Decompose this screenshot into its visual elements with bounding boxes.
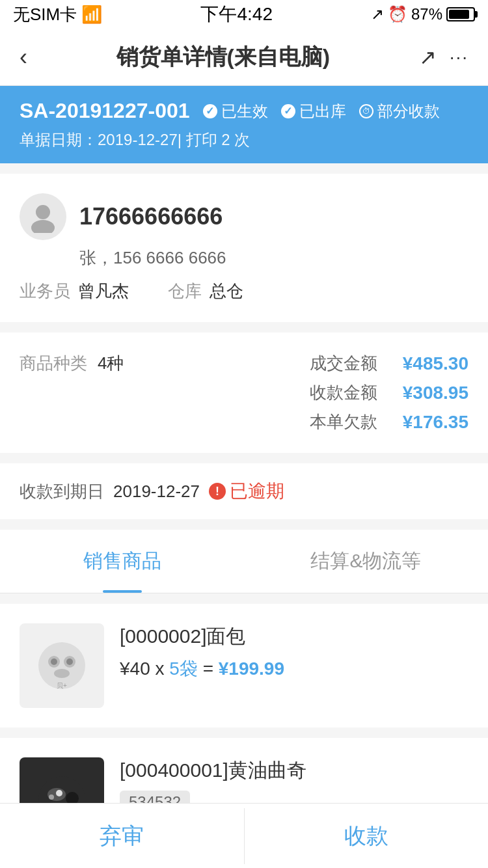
debt-amount-row: 本单欠款 ¥176.35 xyxy=(286,411,468,433)
status-partial: ⏱ 部分收款 xyxy=(359,101,440,122)
svg-point-13 xyxy=(56,790,62,796)
product-info-1: [0000002]面包 ¥40 x 5袋 = ¥199.99 xyxy=(120,623,468,681)
doc-date: 2019-12-27 xyxy=(98,131,178,148)
deal-amount-label: 成交金额 xyxy=(286,352,377,375)
svg-text:贝+: 贝+ xyxy=(57,682,67,689)
check-icon-1: ✓ xyxy=(203,104,217,118)
received-amount-value: ¥308.95 xyxy=(390,383,468,403)
svg-point-14 xyxy=(49,794,54,800)
tab-settlement[interactable]: 结算&物流等 xyxy=(244,530,488,593)
share-button[interactable]: ↗ xyxy=(419,45,437,70)
product-price-1: ¥40 x xyxy=(120,658,169,679)
received-amount-row: 收款金额 ¥308.95 xyxy=(286,381,468,404)
stats-left: 商品种类 4种 xyxy=(20,352,124,375)
svg-point-6 xyxy=(66,658,73,665)
location-icon: ↗ xyxy=(371,5,384,23)
product-type-count: 4种 xyxy=(98,352,124,375)
customer-row: 17666666666 xyxy=(20,193,468,240)
battery-percent: 87% xyxy=(411,5,442,23)
status-effective-label: 已生效 xyxy=(221,101,268,122)
status-right: ↗ ⏰ 87% xyxy=(371,5,475,23)
stats-section: 商品种类 4种 成交金额 ¥485.30 收款金额 ¥308.95 本单欠款 ¥… xyxy=(0,332,488,453)
more-button[interactable]: ··· xyxy=(450,47,468,68)
battery-icon xyxy=(446,7,475,21)
avatar xyxy=(20,193,66,240)
alarm-icon: ⏰ xyxy=(388,5,407,23)
deal-amount-value: ¥485.30 xyxy=(390,353,468,374)
order-banner: SA-20191227-001 ✓ 已生效 ✓ 已出库 ⏱ 部分收款 单据日期：… xyxy=(0,86,488,163)
svg-point-5 xyxy=(51,658,57,665)
product-thumb-1: 贝+ xyxy=(20,623,104,708)
overdue-icon: ! xyxy=(209,483,226,500)
stats-right: 成交金额 ¥485.30 收款金额 ¥308.95 本单欠款 ¥176.35 xyxy=(286,352,468,433)
status-partial-label: 部分收款 xyxy=(377,101,440,122)
sales-person-item: 业务员 曾凡杰 xyxy=(20,280,129,303)
check-icon-2: ✓ xyxy=(281,104,295,118)
warehouse-value: 总仓 xyxy=(210,280,243,303)
doc-date-label: 单据日期： xyxy=(20,131,98,148)
status-shipped-label: 已出库 xyxy=(299,101,346,122)
bottom-bar: 弃审 收款 xyxy=(0,803,488,868)
status-network: 无SIM卡 📶 xyxy=(13,3,102,26)
product-name-1: [0000002]面包 xyxy=(120,623,468,650)
customer-name-phone: 张，156 6666 6666 xyxy=(79,247,468,269)
cancel-button[interactable]: 弃审 xyxy=(0,808,245,864)
warehouse-label: 仓库 xyxy=(168,280,202,303)
print-info: | 打印 2 次 xyxy=(178,131,251,148)
product-eq-1: = xyxy=(198,658,219,679)
status-effective: ✓ 已生效 xyxy=(203,101,268,122)
product-price-row-1: ¥40 x 5袋 = ¥199.99 xyxy=(120,657,468,681)
customer-section: 17666666666 张，156 6666 6666 业务员 曾凡杰 仓库 总… xyxy=(0,174,488,322)
svg-point-0 xyxy=(36,205,50,219)
product-total-1: ¥199.99 xyxy=(219,658,284,679)
sales-label: 业务员 xyxy=(20,280,70,303)
product-type-label: 商品种类 xyxy=(20,352,87,375)
nav-bar: ‹ 销货单详情(来自电脑) ↗ ··· xyxy=(0,29,488,86)
tab-sales-products[interactable]: 销售商品 xyxy=(0,530,244,593)
debt-amount-value: ¥176.35 xyxy=(390,412,468,433)
tabs-section: 销售商品 结算&物流等 xyxy=(0,530,488,593)
overdue-badge: ! 已逾期 xyxy=(209,479,284,504)
received-amount-label: 收款金额 xyxy=(286,381,377,404)
sales-value: 曾凡杰 xyxy=(78,280,129,303)
customer-info-row: 业务员 曾凡杰 仓库 总仓 xyxy=(20,280,468,303)
due-date-value: 2019-12-27 xyxy=(113,481,200,502)
due-label: 收款到期日 xyxy=(20,480,104,503)
banner-row2: 单据日期：2019-12-27| 打印 2 次 xyxy=(20,129,468,150)
page-title: 销货单详情(来自电脑) xyxy=(116,42,331,72)
deal-amount-row: 成交金额 ¥485.30 xyxy=(286,352,468,375)
back-button[interactable]: ‹ xyxy=(20,44,27,71)
product-qty-1: 5袋 xyxy=(169,658,198,679)
status-time: 下午4:42 xyxy=(200,2,273,27)
status-shipped: ✓ 已出库 xyxy=(281,101,346,122)
overdue-text: 已逾期 xyxy=(230,479,284,504)
debt-amount-label: 本单欠款 xyxy=(286,411,377,433)
due-section: 收款到期日 2019-12-27 ! 已逾期 xyxy=(0,463,488,519)
customer-phone: 17666666666 xyxy=(79,203,223,230)
nav-actions: ↗ ··· xyxy=(419,45,468,70)
product-name-2: [000400001]黄油曲奇 xyxy=(120,757,468,784)
banner-row1: SA-20191227-001 ✓ 已生效 ✓ 已出库 ⏱ 部分收款 xyxy=(20,99,468,123)
confirm-button[interactable]: 收款 xyxy=(245,808,489,864)
tab-sales-products-label: 销售商品 xyxy=(83,550,161,571)
tab-settlement-label: 结算&物流等 xyxy=(310,550,421,571)
svg-point-7 xyxy=(54,669,70,678)
clock-icon: ⏱ xyxy=(359,104,373,118)
product-item: 贝+ [0000002]面包 ¥40 x 5袋 = ¥199.99 xyxy=(0,604,488,727)
order-id: SA-20191227-001 xyxy=(20,99,190,123)
svg-point-1 xyxy=(31,220,55,233)
status-bar: 无SIM卡 📶 下午4:42 ↗ ⏰ 87% xyxy=(0,0,488,29)
warehouse-item: 仓库 总仓 xyxy=(168,280,243,303)
product-type-row: 商品种类 4种 xyxy=(20,352,124,375)
